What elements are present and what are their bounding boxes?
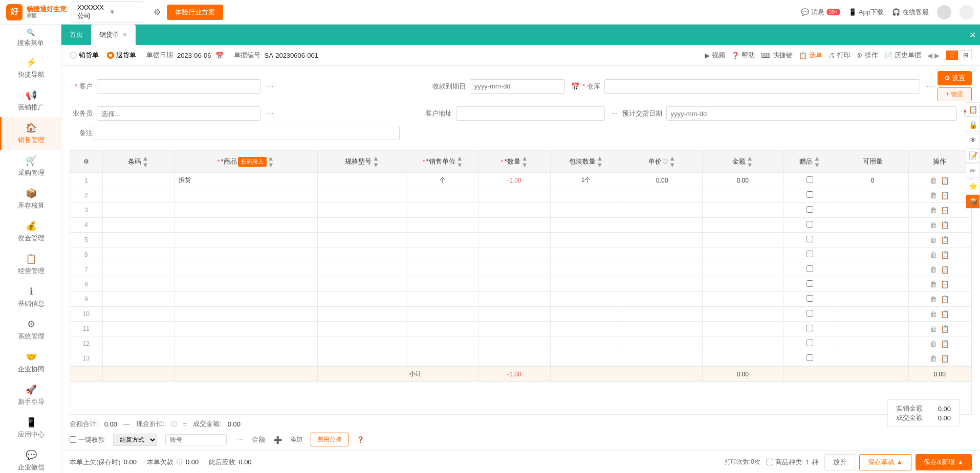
- account-dots-icon[interactable]: ···: [237, 435, 244, 444]
- warehouse-input[interactable]: 建材仓: [604, 79, 920, 94]
- copy-row-icon-0[interactable]: 📋: [940, 176, 950, 185]
- gift-checkbox-8[interactable]: [807, 295, 813, 302]
- delete-row-icon-11[interactable]: 🗑: [929, 340, 938, 348]
- fee-help-icon[interactable]: ❓: [357, 436, 364, 443]
- delete-row-icon-3[interactable]: 🗑: [929, 221, 938, 229]
- discard-button[interactable]: 放弃: [824, 454, 855, 470]
- gift-checkbox-5[interactable]: [807, 251, 813, 257]
- sidebar-item-operations[interactable]: 📋经营管理: [0, 248, 61, 281]
- th-gift[interactable]: 赠品▲▼: [783, 151, 837, 173]
- right-tool-3[interactable]: 👁: [966, 133, 980, 147]
- addr-dots-icon[interactable]: ···: [611, 109, 618, 118]
- online-service-item[interactable]: 🎧 在线客服: [892, 8, 929, 17]
- customer-input[interactable]: [97, 79, 260, 94]
- delete-row-icon-12[interactable]: 🗑: [929, 354, 938, 363]
- gift-checkbox-10[interactable]: [807, 325, 813, 331]
- copy-row-icon-1[interactable]: 📋: [940, 191, 950, 199]
- cash-discount-help-icon[interactable]: ⓘ: [171, 420, 177, 429]
- sidebar-item-system[interactable]: ⚙系统管理: [0, 313, 61, 346]
- delete-row-icon-1[interactable]: 🗑: [929, 191, 938, 199]
- customer-dots-icon[interactable]: ···: [267, 82, 273, 91]
- copy-row-icon-8[interactable]: 📋: [940, 295, 950, 303]
- collection-account-input[interactable]: [165, 434, 227, 445]
- help-btn[interactable]: ❓ 帮助: [731, 51, 755, 60]
- gift-checkbox-6[interactable]: [807, 265, 813, 272]
- radio-return-order[interactable]: 退货单: [107, 51, 136, 60]
- salesperson-input[interactable]: [97, 106, 260, 121]
- trial-button[interactable]: 体验行业方案: [167, 5, 223, 20]
- one-click-collect-checkbox[interactable]: 一键收款: [70, 435, 105, 444]
- messages-item[interactable]: 💬 消息 99+: [801, 8, 840, 17]
- delete-row-icon-5[interactable]: 🗑: [929, 251, 938, 259]
- gift-checkbox-9[interactable]: [807, 310, 813, 317]
- payment-due-input[interactable]: [470, 79, 565, 94]
- owed-help-icon[interactable]: ⓘ: [177, 458, 183, 466]
- copy-row-icon-2[interactable]: 📋: [940, 206, 950, 214]
- add-label[interactable]: 添加: [290, 435, 302, 444]
- delete-row-icon-7[interactable]: 🗑: [929, 280, 938, 288]
- tab-close-icon[interactable]: ✕: [122, 31, 127, 38]
- sidebar-item-enterprise[interactable]: 🤝企业协同: [0, 346, 61, 379]
- print-btn[interactable]: 🖨 打印: [829, 51, 851, 60]
- tab-sales-order[interactable]: 销货单 ✕: [91, 25, 136, 45]
- sidebar-item-sales-mgmt[interactable]: 🏠销售管理: [0, 117, 61, 150]
- copy-row-icon-3[interactable]: 📋: [940, 221, 950, 229]
- right-tool-2[interactable]: 🔒: [966, 118, 980, 132]
- save-draft-button[interactable]: 保存草稿 ▲: [859, 454, 912, 470]
- scan-btn[interactable]: 扫码录入: [238, 157, 267, 167]
- sidebar-item-app-center[interactable]: 📱应用中心: [0, 412, 61, 444]
- logistics-side-btn[interactable]: + 物流: [938, 87, 972, 101]
- radio-sales-order[interactable]: 销货单: [70, 51, 99, 60]
- salesperson-dots-icon[interactable]: ···: [267, 109, 273, 118]
- prev-arrow-icon[interactable]: ◀: [927, 52, 932, 59]
- table-container[interactable]: ⚙ 条码▲▼ **商品 扫码录入 ▲▼ 规格型号▲: [70, 150, 972, 415]
- product-kind-checkbox[interactable]: [767, 459, 773, 465]
- right-tool-1[interactable]: 📋: [966, 102, 980, 117]
- shortcut-btn[interactable]: ⌨ 快捷键: [761, 51, 793, 60]
- right-tool-7[interactable]: 📦: [966, 194, 980, 209]
- copy-row-icon-11[interactable]: 📋: [940, 340, 950, 348]
- avatar[interactable]: [937, 5, 951, 19]
- delete-row-icon-10[interactable]: 🗑: [929, 325, 938, 333]
- copy-row-icon-4[interactable]: 📋: [940, 236, 950, 244]
- save-new-button[interactable]: 保存&新增 ▲: [916, 454, 972, 470]
- video-btn[interactable]: ▶ 视频: [705, 51, 725, 60]
- copy-row-icon-5[interactable]: 📋: [940, 251, 950, 259]
- sidebar-search[interactable]: 🔍 搜索菜单: [0, 25, 61, 52]
- gift-checkbox-4[interactable]: [807, 236, 813, 242]
- view-btn-list[interactable]: ☰: [946, 50, 959, 60]
- th-product[interactable]: **商品 扫码录入 ▲▼: [174, 151, 317, 173]
- one-click-collect-input[interactable]: [70, 436, 76, 443]
- gift-checkbox-2[interactable]: [807, 206, 813, 213]
- remarks-input[interactable]: [93, 126, 400, 140]
- next-arrow-icon[interactable]: ▶: [934, 52, 940, 59]
- warehouse-dots-icon[interactable]: ···: [926, 82, 933, 91]
- delete-row-icon-2[interactable]: 🗑: [929, 206, 938, 214]
- sidebar-item-marketing[interactable]: 📢营销推广: [0, 84, 61, 117]
- app-download-item[interactable]: 📱 App下载: [848, 8, 884, 17]
- sidebar-item-quick-nav[interactable]: ⚡快捷导航: [0, 52, 61, 84]
- delete-row-icon-8[interactable]: 🗑: [929, 295, 938, 303]
- company-selector[interactable]: XXXXXX公司 ▼: [72, 1, 143, 23]
- calendar-icon[interactable]: 📅: [215, 52, 224, 59]
- copy-row-icon-7[interactable]: 📋: [940, 280, 950, 288]
- th-barcode[interactable]: 条码▲▼: [102, 151, 174, 173]
- delete-row-icon-9[interactable]: 🗑: [929, 310, 938, 318]
- gift-checkbox-1[interactable]: [807, 191, 813, 198]
- gift-checkbox-11[interactable]: [807, 340, 813, 346]
- settings-side-btn[interactable]: ⚙ 设置: [938, 71, 972, 85]
- right-tool-4[interactable]: 📝: [966, 148, 980, 163]
- settlement-method-select[interactable]: 结算方式: [113, 434, 157, 446]
- right-tool-6[interactable]: ⭐: [966, 179, 980, 193]
- th-amount[interactable]: 金额▲▼: [703, 151, 783, 173]
- right-tool-5[interactable]: ✏: [966, 164, 980, 178]
- gift-checkbox-0[interactable]: [807, 176, 813, 183]
- sidebar-item-purchase-mgmt[interactable]: 🛒采购管理: [0, 150, 61, 183]
- fee-split-btn[interactable]: 费用分摊: [311, 433, 349, 446]
- delete-row-icon-4[interactable]: 🗑: [929, 236, 938, 244]
- sidebar-item-wechat[interactable]: 💬企业微信: [0, 444, 61, 473]
- sidebar-item-finance[interactable]: 💰资金管理: [0, 215, 61, 248]
- tab-home[interactable]: 首页: [61, 25, 91, 45]
- th-settings[interactable]: ⚙: [70, 151, 102, 173]
- operation-btn[interactable]: ⚙ 操作: [857, 51, 878, 60]
